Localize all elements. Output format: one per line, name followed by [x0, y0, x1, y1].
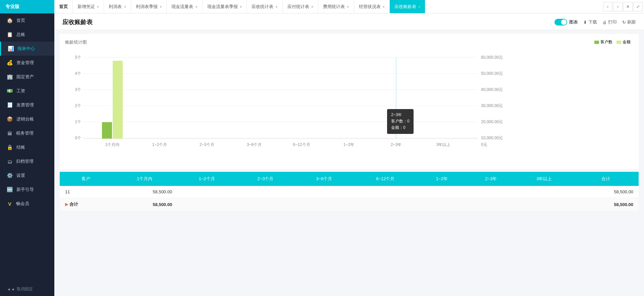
tab-cashflow-close[interactable]: × — [195, 5, 197, 9]
tab-voucher[interactable]: 新增凭证 × — [73, 0, 104, 13]
home-icon: 🏠 — [7, 17, 13, 23]
tab-cashflow-q-close[interactable]: × — [240, 5, 242, 9]
col-header-m1-2: 1~2个月 — [177, 172, 236, 186]
toggle-track[interactable] — [554, 19, 567, 26]
purchase-icon: 📦 — [7, 116, 13, 122]
refresh-label: 刷新 — [627, 19, 636, 25]
print-icon: 🖨 — [602, 20, 607, 25]
tab-ar-aging-label: 应收账龄表 — [394, 4, 416, 10]
guide-icon: 🆕 — [7, 187, 13, 193]
total-m3-6 — [295, 198, 354, 211]
tab-nav-buttons: ‹ › ✕ ⤢ — [603, 2, 644, 11]
tab-expense-close[interactable]: × — [347, 5, 349, 9]
page-header: 应收账龄表 图表 ⬇ 下载 🖨 打印 ↻ 刷新 — [54, 13, 644, 30]
chart-title: 账龄统计图 — [65, 39, 633, 45]
svg-text:1个: 1个 — [75, 119, 81, 124]
tab-scroll-right[interactable]: › — [613, 2, 623, 11]
tab-ar-aging[interactable]: 应收账龄表 × — [390, 0, 425, 13]
sidebar-pin-toggle[interactable]: ◄◄ 取消固定 — [0, 282, 54, 296]
sidebar-item-invoice[interactable]: 🧾 发票管理 — [0, 98, 54, 112]
print-label: 打印 — [608, 19, 617, 25]
assets-icon: 🏢 — [7, 74, 13, 80]
tab-ops-label: 经营状况表 — [359, 4, 381, 10]
chart-area: 账龄统计图 客户数 金额 5个 4个 3个 2个 1个 0个 60,000.0 — [60, 34, 639, 169]
total-m1-2 — [177, 198, 236, 211]
app-logo: 专业版 — [0, 0, 54, 13]
sidebar-item-guide[interactable]: 🆕 新手引导 — [0, 183, 54, 197]
sidebar-label-assets: 固定资产 — [16, 74, 34, 80]
tab-cashflow-q-label: 现金流量表季报 — [207, 4, 238, 10]
svg-text:0个: 0个 — [75, 136, 81, 140]
col-header-m6-12: 6~12个月 — [354, 172, 418, 186]
tab-maximize[interactable]: ⤢ — [633, 2, 643, 11]
tab-profit-close[interactable]: × — [124, 5, 126, 9]
tab-profit-q-label: 利润表季报 — [136, 4, 158, 10]
table-header-row: 客户 1个月内 1~2个月 2~3个月 3~6个月 6~12个月 1~2年 2~… — [60, 172, 639, 186]
print-button[interactable]: 🖨 打印 — [602, 19, 617, 25]
tab-voucher-close[interactable]: × — [97, 5, 99, 9]
sidebar-item-closing[interactable]: 🔒 结账 — [0, 140, 54, 154]
tab-profit-q[interactable]: 利润表季报 × — [131, 0, 167, 13]
tab-ar-aging-close[interactable]: × — [418, 5, 420, 9]
tab-ops[interactable]: 经营状况表 × — [354, 0, 390, 13]
svg-text:1~2年: 1~2年 — [343, 142, 354, 147]
ledger-icon: 📋 — [7, 32, 13, 38]
sidebar-item-home[interactable]: 🏠 首页 — [0, 13, 54, 28]
total-text: 合计 — [69, 201, 78, 207]
cell-total: 58,500.00 — [573, 186, 639, 198]
tab-cashflow[interactable]: 现金流量表 × — [167, 0, 202, 13]
tab-ap-stat[interactable]: 应付统计表 × — [283, 0, 318, 13]
toggle-thumb — [561, 19, 567, 25]
svg-text:2~3年: 2~3年 — [391, 142, 401, 147]
legend-customers-color — [594, 41, 599, 44]
tab-close-all[interactable]: ✕ — [623, 2, 633, 11]
refresh-button[interactable]: ↻ 刷新 — [622, 19, 636, 25]
cell-m6-12 — [354, 186, 418, 198]
closing-icon: 🔒 — [7, 144, 13, 150]
sidebar-label-report: 报表中心 — [17, 46, 35, 52]
cell-y3plus — [516, 186, 573, 198]
settings-icon: ⚙️ — [7, 172, 13, 179]
sidebar-item-payroll[interactable]: 💵 工资 — [0, 84, 54, 98]
tab-expense[interactable]: 费用统计表 × — [318, 0, 354, 13]
sidebar-item-report[interactable]: 📊 报表中心 — [0, 42, 54, 56]
cell-m1-2 — [177, 186, 236, 198]
tab-ar-stat[interactable]: 应收统计表 × — [247, 0, 282, 13]
sidebar-item-settings[interactable]: ⚙️ 设置 — [0, 168, 54, 183]
toggle-label: 图表 — [569, 19, 578, 25]
tab-profit[interactable]: 利润表 × — [104, 0, 131, 13]
tab-ap-stat-close[interactable]: × — [311, 5, 313, 9]
sidebar-item-funds[interactable]: 💰 资金管理 — [0, 56, 54, 70]
sidebar-label-archive: 归档管理 — [16, 158, 34, 164]
tab-home[interactable]: 首页 — [54, 0, 73, 13]
table-area: 客户 1个月内 1~2个月 2~3个月 3~6个月 6~12个月 1~2年 2~… — [60, 172, 639, 211]
sidebar-item-tax[interactable]: 🏛 税务管理 — [0, 126, 54, 140]
sidebar-label-home: 首页 — [16, 17, 25, 23]
sidebar-item-purchase[interactable]: 📦 进销台账 — [0, 112, 54, 126]
col-header-y2-3: 2~3年 — [467, 172, 516, 186]
col-header-total: 合计 — [573, 172, 639, 186]
sidebar-label-vip: 畅会员 — [16, 201, 29, 207]
sidebar-item-vip[interactable]: V 畅会员 — [0, 197, 54, 211]
download-button[interactable]: ⬇ 下载 — [583, 19, 597, 25]
chart-toggle[interactable]: 图表 — [554, 19, 578, 26]
tab-ar-stat-label: 应收统计表 — [252, 4, 273, 10]
payroll-icon: 💵 — [7, 88, 13, 94]
invoice-icon: 🧾 — [7, 102, 13, 108]
chart-svg: 5个 4个 3个 2个 1个 0个 60,000.00元 50,000.00元 … — [65, 49, 494, 163]
sidebar-label-closing: 结账 — [16, 144, 25, 150]
sidebar-item-archive[interactable]: 🗂 归档管理 — [0, 154, 54, 168]
tab-scroll-left[interactable]: ‹ — [603, 2, 612, 11]
aging-table: 客户 1个月内 1~2个月 2~3个月 3~6个月 6~12个月 1~2年 2~… — [60, 172, 639, 211]
tab-ar-stat-close[interactable]: × — [275, 5, 277, 9]
tab-profit-q-close[interactable]: × — [160, 5, 162, 9]
bar-1m-amount — [113, 61, 123, 139]
tab-voucher-label: 新增凭证 — [77, 4, 95, 10]
sidebar-item-assets[interactable]: 🏢 固定资产 — [0, 70, 54, 84]
tab-cashflow-q[interactable]: 现金流量表季报 × — [203, 0, 247, 13]
total-m2-3 — [236, 198, 295, 211]
col-header-m1: 1个月内 — [112, 172, 177, 186]
legend-amount-color — [616, 41, 621, 44]
tab-ops-close[interactable]: × — [383, 5, 385, 9]
sidebar-item-ledger[interactable]: 📋 总账 — [0, 28, 54, 42]
